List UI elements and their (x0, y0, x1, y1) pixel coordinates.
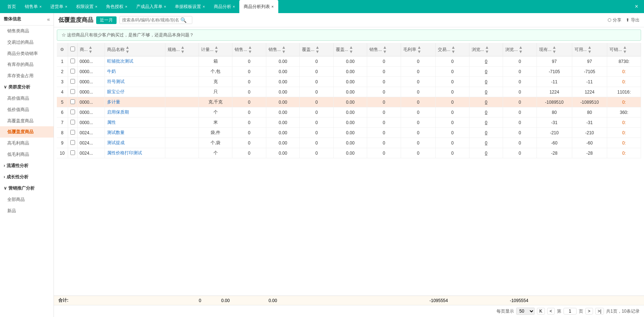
first-page-btn[interactable]: K (537, 308, 545, 314)
cell-checkbox[interactable] (68, 56, 77, 67)
col-current[interactable]: 现有... ▲▼ (537, 43, 572, 56)
search-input[interactable] (122, 17, 180, 23)
col-code[interactable]: 商... ▲▼ (77, 43, 105, 56)
row-checkbox-4[interactable] (70, 99, 75, 104)
col-sales2[interactable]: 销售... ▲▼ (266, 43, 299, 56)
export-btn[interactable]: ⬆ 导出 (626, 17, 640, 23)
cell-browse1[interactable]: 0 (469, 67, 503, 77)
sort-arrows-available[interactable]: ▲▼ (588, 45, 592, 54)
last-page-btn[interactable]: >| (595, 308, 604, 314)
sort-arrows-current[interactable]: ▲▼ (552, 45, 557, 54)
cell-browse1[interactable]: 0 (469, 118, 503, 128)
search-box[interactable]: 🔍 (119, 16, 192, 24)
col-checkbox[interactable] (68, 43, 77, 56)
col-cover1[interactable]: 覆盖... ▲▼ (300, 43, 333, 56)
nav-purchase[interactable]: 进货单 × (46, 0, 71, 13)
nav-production[interactable]: 产成品入库单 × (132, 0, 170, 13)
sidebar-item-sales-goods[interactable]: 销售类商品 (0, 25, 54, 37)
sidebar-item-high-value[interactable]: 高价值商品 (0, 93, 54, 104)
col-cover2[interactable]: 覆盖... ▲▼ (333, 43, 367, 56)
col-available[interactable]: 可用... ▲▼ (572, 43, 607, 56)
row-checkbox-1[interactable] (70, 69, 75, 74)
nav-template[interactable]: 单据模板设置 × (170, 0, 209, 13)
sidebar-group-marketing[interactable]: ∨ 营销推广分析 (0, 183, 54, 194)
col-sales1[interactable]: 销售... ▲▼ (232, 43, 266, 56)
sort-arrows-sales2[interactable]: ▲▼ (282, 45, 286, 54)
nav-permission[interactable]: 权限设置 × (72, 0, 102, 13)
col-sales3[interactable]: 销售... ▲▼ (367, 43, 401, 56)
cell-browse1[interactable]: 0 (469, 138, 503, 148)
sort-arrows-browse1[interactable]: ▲▼ (485, 45, 489, 54)
sidebar-item-category-rate[interactable]: 商品分类动销率 (0, 48, 54, 59)
cell-name[interactable]: 旺辅批次测试 (105, 56, 165, 67)
col-browse2[interactable]: 浏览... ▲▼ (503, 43, 537, 56)
sidebar-item-high-gross[interactable]: 高毛利商品 (0, 138, 54, 149)
cell-name[interactable]: 属性 (105, 118, 165, 128)
sidebar-item-low-value[interactable]: 低价值商品 (0, 104, 54, 115)
cell-browse1[interactable]: 0 (469, 87, 503, 97)
cell-browse1[interactable]: 0 (469, 97, 503, 107)
cell-checkbox[interactable] (68, 128, 77, 138)
sidebar-item-traded-goods[interactable]: 交易过的商品 (0, 37, 54, 48)
cell-checkbox[interactable] (68, 138, 77, 148)
cell-name[interactable]: 属性价格打印测试 (105, 148, 165, 158)
col-spec[interactable]: 规格... ▲▼ (165, 43, 199, 56)
cell-name[interactable]: 符号测试 (105, 77, 165, 87)
nav-analysis[interactable]: 商品分析 × (209, 0, 239, 13)
sort-arrows-cover2[interactable]: ▲▼ (349, 45, 353, 54)
col-gross-rate[interactable]: 毛利率 ▲▼ (401, 43, 436, 56)
sort-arrows-trade[interactable]: ▲▼ (451, 45, 455, 54)
settings-icon[interactable]: ⚙ (60, 47, 64, 52)
sort-arrows-browse2[interactable]: ▲▼ (518, 45, 523, 54)
page-size-select[interactable]: 50 20 100 (516, 308, 535, 315)
close-all-btn[interactable]: × (632, 3, 641, 10)
col-browse1[interactable]: 浏览... ▲▼ (469, 43, 503, 56)
period-btn[interactable]: 近一月 (96, 16, 117, 24)
select-all-checkbox[interactable] (70, 47, 75, 51)
col-unit[interactable]: 计量... ▲▼ (199, 43, 232, 56)
sidebar-item-all-goods[interactable]: 全部商品 (0, 194, 54, 205)
cell-name[interactable]: 多计量 (105, 97, 165, 107)
cell-name[interactable]: 启用保质期 (105, 107, 165, 118)
row-checkbox-5[interactable] (70, 110, 75, 114)
col-settings[interactable]: ⚙ (57, 43, 68, 56)
collapse-btn[interactable]: « (47, 16, 50, 22)
sidebar-item-low-gross[interactable]: 低毛利商品 (0, 149, 54, 160)
sort-arrows-spec[interactable]: ▲▼ (181, 45, 185, 54)
cell-name[interactable]: 测试数量 (105, 128, 165, 138)
nav-role[interactable]: 角色授权 × (102, 0, 131, 13)
sidebar-item-stock-capital[interactable]: 库存资金占用 (0, 70, 54, 82)
sidebar-item-high-coverage[interactable]: 高覆盖度商品 (0, 115, 54, 127)
search-icon[interactable]: 🔍 (180, 17, 186, 23)
cell-checkbox[interactable] (68, 77, 77, 87)
sidebar-item-new-goods[interactable]: 新品 (0, 205, 54, 217)
sidebar-group-cluster[interactable]: ∨ 类群度分析 (0, 82, 54, 93)
cell-browse1[interactable]: 0 (469, 107, 503, 118)
row-checkbox-9[interactable] (70, 150, 75, 155)
nav-analysis-list[interactable]: 商品分析列表 × (239, 0, 278, 13)
cell-checkbox[interactable] (68, 87, 77, 97)
cell-browse1[interactable]: 0 (469, 56, 503, 67)
cell-browse1[interactable]: 0 (469, 77, 503, 87)
row-checkbox-2[interactable] (70, 79, 75, 84)
cell-checkbox[interactable] (68, 148, 77, 158)
col-name[interactable]: 商品名称 ▲▼ (105, 43, 165, 56)
sidebar-group-liquidity[interactable]: › 流通性分析 (0, 160, 54, 171)
sidebar-group-growth[interactable]: › 成长性分析 (0, 171, 54, 183)
cell-name[interactable]: 眼宝公仔 (105, 87, 165, 97)
cell-checkbox[interactable] (68, 97, 77, 107)
share-btn[interactable]: ⬡ 分享 (608, 17, 621, 23)
cell-browse1[interactable]: 0 (469, 128, 503, 138)
sort-arrows-gross[interactable]: ▲▼ (417, 45, 421, 54)
next-page-btn[interactable]: > (585, 308, 593, 314)
cell-checkbox[interactable] (68, 67, 77, 77)
nav-home[interactable]: 首页 (3, 0, 20, 13)
sort-arrows-code[interactable]: ▲▼ (89, 45, 93, 54)
row-checkbox-8[interactable] (70, 140, 75, 145)
nav-sales[interactable]: 销售单 × (20, 0, 46, 13)
sidebar-item-in-stock[interactable]: 有库存的商品 (0, 59, 54, 70)
row-checkbox-3[interactable] (70, 89, 75, 94)
sort-arrows-unit[interactable]: ▲▼ (214, 45, 219, 54)
sort-arrows-name[interactable]: ▲▼ (125, 45, 130, 54)
cell-browse1[interactable]: 0 (469, 148, 503, 158)
